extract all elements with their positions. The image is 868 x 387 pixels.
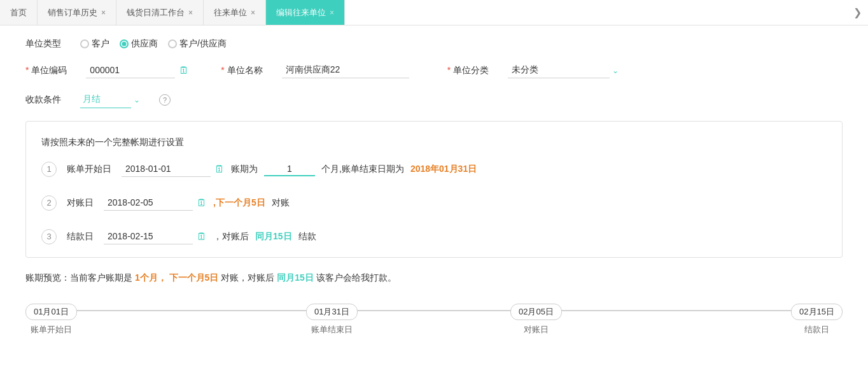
timeline-date-1: 01月01日 xyxy=(25,304,77,320)
step-2-date-group: 🗓 xyxy=(104,195,207,211)
step-1-date-group: 🗓 xyxy=(122,161,225,177)
unit-classify-chevron[interactable]: ⌄ xyxy=(612,66,619,75)
unit-classify-group: ⌄ xyxy=(508,62,619,78)
step-3-highlight: 同月15日 xyxy=(255,231,292,243)
radio-supplier-label: 供应商 xyxy=(131,38,158,50)
preview-suffix: 该客户会给我打款。 xyxy=(316,272,396,283)
tab-sales-history-label: 销售订单历史 xyxy=(48,7,97,18)
tab-cash-work[interactable]: 钱货日清工作台 × xyxy=(116,0,204,25)
payment-help-icon[interactable]: ? xyxy=(159,94,171,106)
unit-type-label: 单位类型 xyxy=(25,38,61,50)
step-2-row: 2 对账日 🗓 ,下一个月5日 对账 xyxy=(41,195,827,211)
step-2-label: 对账日 xyxy=(67,197,94,209)
step-1-num: 1 xyxy=(41,162,57,177)
tab-sales-history[interactable]: 销售订单历史 × xyxy=(38,0,116,25)
tab-sales-history-close[interactable]: × xyxy=(101,8,106,17)
step-3-trail: 结款 xyxy=(298,231,316,243)
unit-type-row: 单位类型 客户 供应商 客户/供应商 xyxy=(25,38,843,50)
preview-text: 账期预览：当前客户账期是 1个月， 下一个月5日 对账，对账后 同月15日 该客… xyxy=(25,271,843,285)
settings-panel: 请按照未来的一个完整帐期进行设置 1 账单开始日 🗓 账期为 个月,账单结束日期… xyxy=(25,121,843,258)
radio-supplier-circle xyxy=(120,39,129,48)
step-1-mid-text: 账期为 xyxy=(231,164,258,175)
tab-home[interactable]: 首页 xyxy=(0,0,38,25)
tab-edit-partner[interactable]: 编辑往来单位 × xyxy=(266,0,345,25)
step-2-highlight: ,下一个月5日 xyxy=(213,197,265,209)
radio-customer-supplier[interactable]: 客户/供应商 xyxy=(168,38,227,50)
preview-prefix: 账期预览：当前客户账期是 xyxy=(25,272,132,283)
unit-code-label: 单位编码 xyxy=(25,65,67,76)
tab-partner-unit-label: 往来单位 xyxy=(214,7,247,18)
step-3-label: 结款日 xyxy=(67,231,94,243)
step-3-prefix: ，对账后 xyxy=(213,231,249,243)
step-2-date-input[interactable] xyxy=(104,195,193,211)
timeline-container: 01月01日 账单开始日 01月31日 账单结束日 02月05日 对账日 02月… xyxy=(25,297,843,335)
tab-cash-work-label: 钱货日清工作台 xyxy=(127,7,185,18)
unit-info-row: 单位编码 🗓 单位名称 单位分类 ⌄ xyxy=(25,62,843,78)
payment-condition-chevron[interactable]: ⌄ xyxy=(134,95,140,104)
tab-partner-unit[interactable]: 往来单位 × xyxy=(204,0,266,25)
timeline-label-1: 账单开始日 xyxy=(31,324,72,335)
step-1-date-input[interactable] xyxy=(122,161,211,177)
panel-hint: 请按照未来的一个完整帐期进行设置 xyxy=(41,137,827,148)
timeline-label-3: 对账日 xyxy=(524,324,549,335)
step-3-calendar-icon[interactable]: 🗓 xyxy=(197,231,207,243)
timeline-date-3: 02月05日 xyxy=(510,304,562,320)
radio-customer-supplier-circle xyxy=(168,39,177,48)
preview-part2: 下一个月5日 xyxy=(169,272,219,283)
radio-customer-supplier-label: 客户/供应商 xyxy=(179,38,227,50)
step-1-row: 1 账单开始日 🗓 账期为 个月,账单结束日期为 2018年01月31日 xyxy=(41,161,827,177)
step-1-calendar-icon[interactable]: 🗓 xyxy=(214,164,225,175)
preview-mid: 对账，对账后 xyxy=(221,272,274,283)
radio-supplier[interactable]: 供应商 xyxy=(120,38,158,50)
unit-name-label: 单位名称 xyxy=(221,65,262,76)
radio-customer-circle xyxy=(80,39,89,48)
step-2-trail: 对账 xyxy=(272,197,290,209)
timeline-nodes: 01月01日 账单开始日 01月31日 账单结束日 02月05日 对账日 02月… xyxy=(25,304,843,335)
step-2-calendar-icon[interactable]: 🗓 xyxy=(197,197,207,209)
timeline-node-1: 01月01日 账单开始日 xyxy=(25,304,230,335)
step-3-date-group: 🗓 xyxy=(104,229,207,244)
timeline-label-4: 结款日 xyxy=(804,324,829,335)
payment-condition-group: 月结 ⌄ xyxy=(80,91,140,108)
unit-classify-label: 单位分类 xyxy=(447,65,489,76)
timeline-date-4: 02月15日 xyxy=(791,304,843,320)
tab-cash-work-close[interactable]: × xyxy=(188,8,193,17)
tab-partner-unit-close[interactable]: × xyxy=(251,8,255,17)
main-content: 单位类型 客户 供应商 客户/供应商 单位编码 🗓 单位名称 单位分类 xyxy=(0,25,868,387)
radio-customer[interactable]: 客户 xyxy=(80,38,109,50)
step-1-end-date: 2018年01月31日 xyxy=(410,164,477,175)
step-1-label: 账单开始日 xyxy=(67,164,111,175)
unit-code-group: 🗓 xyxy=(86,62,189,78)
payment-condition-label: 收款条件 xyxy=(25,94,61,106)
timeline-node-2: 01月31日 账单结束日 xyxy=(230,304,434,335)
tab-edit-partner-label: 编辑往来单位 xyxy=(276,7,326,18)
step-3-date-input[interactable] xyxy=(104,229,193,244)
payment-condition-value[interactable]: 月结 xyxy=(80,91,131,108)
unit-classify-input[interactable] xyxy=(508,62,610,78)
preview-part1: 1个月， xyxy=(135,272,167,283)
preview-part3: 同月15日 xyxy=(277,272,314,283)
unit-code-copy-icon[interactable]: 🗓 xyxy=(179,65,189,76)
timeline-date-2: 01月31日 xyxy=(306,304,358,320)
step-3-content: 🗓 ，对账后 同月15日 结款 xyxy=(104,229,316,244)
step-3-row: 3 结款日 🗓 ，对账后 同月15日 结款 xyxy=(41,229,827,244)
step-3-num: 3 xyxy=(41,229,57,244)
tab-more-button[interactable]: ❯ xyxy=(847,0,868,25)
tab-home-label: 首页 xyxy=(10,7,27,18)
timeline-node-3: 02月05日 对账日 xyxy=(434,304,638,335)
step-1-suffix: 个月,账单结束日期为 xyxy=(321,164,404,175)
payment-condition-row: 收款条件 月结 ⌄ ? xyxy=(25,91,843,108)
tab-edit-partner-close[interactable]: × xyxy=(330,8,334,17)
tab-bar: 首页 销售订单历史 × 钱货日清工作台 × 往来单位 × 编辑往来单位 × ❯ xyxy=(0,0,868,25)
radio-customer-label: 客户 xyxy=(92,38,109,50)
timeline-node-4: 02月15日 结款日 xyxy=(638,304,843,335)
step-1-period-input[interactable] xyxy=(264,162,315,176)
unit-code-input[interactable] xyxy=(86,62,175,78)
step-2-num: 2 xyxy=(41,195,57,211)
step-2-content: 🗓 ,下一个月5日 对账 xyxy=(104,195,290,211)
unit-type-radio-group: 客户 供应商 客户/供应商 xyxy=(80,38,227,50)
step-1-content: 🗓 账期为 个月,账单结束日期为 2018年01月31日 xyxy=(122,161,477,177)
unit-name-input[interactable] xyxy=(282,62,409,78)
timeline-label-2: 账单结束日 xyxy=(311,324,353,335)
